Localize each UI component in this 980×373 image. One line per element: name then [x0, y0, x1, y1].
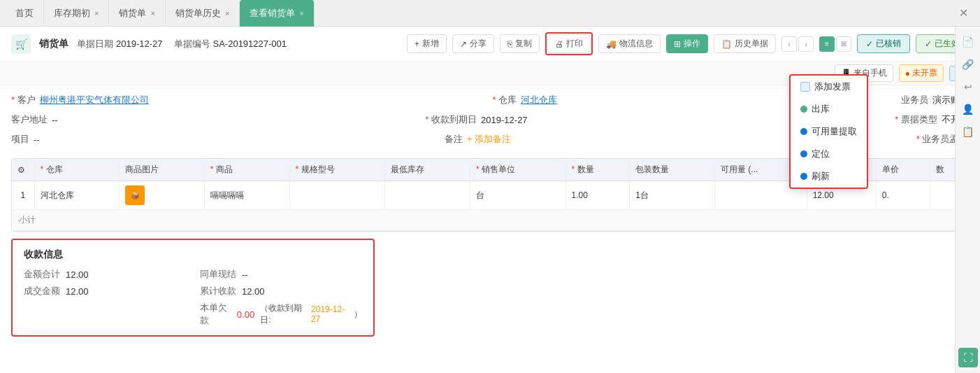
subtotal-label: 小计	[12, 210, 968, 231]
project-group: 项目 --	[11, 133, 40, 146]
sales-order-icon: 🛒	[15, 38, 27, 50]
cumulative-receipt-row: 累计收款 12.00	[200, 285, 362, 297]
th-warehouse: 仓库	[34, 159, 120, 181]
tab-home[interactable]: 首页	[6, 0, 44, 27]
amount-total-value: 12.00	[66, 269, 89, 280]
ticket-icon: ●	[905, 69, 910, 78]
cumulative-receipt-label: 累计收款	[200, 285, 236, 297]
tab-close-history[interactable]: ×	[225, 9, 229, 17]
history-button[interactable]: 📋 历史单据	[714, 34, 776, 53]
amount-total-row: 金额合计 12.00	[24, 268, 186, 281]
locate-label: 定位	[812, 148, 830, 160]
add-note-button[interactable]: + 添加备注	[467, 133, 511, 146]
td-product: 嗝嗝嗝嗝	[204, 181, 289, 210]
nav-arrows: ‹ ›	[781, 36, 814, 52]
prev-button[interactable]: ‹	[781, 36, 797, 52]
refresh-label: 刷新	[812, 170, 830, 183]
delivery-label: 出库	[812, 103, 830, 115]
order-arrears-label: 本单欠款	[200, 302, 231, 327]
tab-close-inventory[interactable]: ×	[94, 9, 99, 17]
td-unit: 台	[470, 181, 565, 210]
deal-amount-value: 12.00	[66, 286, 89, 297]
tab-inventory-init[interactable]: 库存期初 ×	[44, 0, 109, 27]
order-arrears-date: 2019-12-27	[311, 304, 348, 324]
due-date-group: 收款到期日 2019-12-27	[425, 113, 527, 126]
tab-sales-history[interactable]: 销货单历史 ×	[166, 0, 240, 27]
share-button[interactable]: ↗ 分享	[452, 34, 494, 53]
project-label: 项目	[11, 133, 29, 146]
locate-dot-icon	[800, 150, 807, 157]
due-date-value: 2019-12-27	[481, 115, 528, 125]
customer-group: 客户 柳州粤港平安气体有限公司	[11, 94, 149, 106]
grid-icon: ⊞	[674, 39, 681, 49]
employee-label: 业务员	[901, 94, 928, 106]
invoice-icon	[800, 82, 810, 92]
new-icon: +	[415, 39, 419, 49]
doc-meta: 单据日期 2019-12-27 单据编号 SA-20191227-001	[77, 38, 287, 50]
quantity-pick-item[interactable]: 可用量提取	[791, 120, 867, 143]
doc-title-area: 🛒 销货单 单据日期 2019-12-27 单据编号 SA-20191227-0…	[11, 34, 407, 54]
grid-view-button[interactable]: ⊞	[836, 36, 851, 52]
doc-number-item: 单据编号 SA-20191227-001	[174, 38, 287, 50]
td-spec	[289, 181, 385, 210]
tab-close-view[interactable]: ×	[299, 9, 303, 17]
share-icon: ↗	[460, 39, 467, 49]
locate-item[interactable]: 定位	[791, 143, 867, 165]
order-arrears-note: （收款到期日:	[260, 302, 305, 326]
sidebar-list-button[interactable]: 📋	[958, 122, 978, 141]
new-button[interactable]: + + 新增 新增	[407, 34, 447, 53]
td-pack-qty: 1台	[630, 181, 715, 210]
doc-number-value: SA-20191227-001	[213, 38, 287, 49]
th-spec: 规格型号	[289, 159, 385, 181]
sidebar-user-button[interactable]: 👤	[958, 99, 978, 119]
td-product-img: 📦	[120, 181, 205, 210]
cumulative-receipt-value: 12.00	[242, 286, 265, 297]
address-group: 客户地址 --	[11, 113, 58, 126]
check-icon-effective: ✓	[925, 39, 932, 49]
logistics-button[interactable]: 🚚 物流信息	[598, 34, 661, 53]
th-settings: ⚙	[12, 159, 34, 181]
print-highlight: 🖨 打印	[545, 32, 593, 55]
sidebar-expand-button[interactable]: ⛶	[958, 348, 978, 367]
sidebar-link-button[interactable]: 🔗	[958, 55, 978, 74]
list-view-button[interactable]: ≡	[819, 36, 835, 52]
print-icon: 🖨	[555, 39, 563, 49]
customer-value[interactable]: 柳州粤港平安气体有限公司	[40, 94, 149, 106]
refresh-item[interactable]: 刷新	[791, 165, 867, 188]
sidebar-doc-button[interactable]: 📄	[958, 32, 978, 52]
tab-sales-order[interactable]: 销货单 ×	[109, 0, 165, 27]
td-unit-price: 0.	[876, 181, 930, 210]
sidebar-return-button[interactable]: ↩	[958, 77, 978, 97]
quantity-pick-label: 可用量提取	[812, 125, 857, 138]
td-min-stock	[385, 181, 470, 210]
not-opened-button[interactable]: ● 未开票	[899, 64, 944, 82]
next-button[interactable]: ›	[798, 36, 814, 52]
th-pack-qty: 包装数量	[630, 159, 715, 181]
doc-date-label: 单据日期	[77, 38, 113, 50]
window-close-button[interactable]: ✕	[952, 2, 974, 24]
operation-dropdown: 添加发票 出库 可用量提取 定位 刷新	[789, 74, 868, 189]
order-arrears-value: 0.00	[237, 309, 254, 320]
add-invoice-item[interactable]: 添加发票	[791, 76, 867, 98]
product-image: 📦	[125, 185, 145, 205]
delivery-item[interactable]: 出库	[791, 98, 867, 120]
th-unit: 销售单位	[470, 159, 565, 181]
copy-button[interactable]: ⎘ 复制	[500, 34, 540, 53]
print-button[interactable]: 🖨 打印	[547, 34, 591, 53]
th-min-stock: 最低库存	[385, 159, 470, 181]
td-warehouse: 河北仓库	[34, 181, 120, 210]
truck-icon: 🚚	[606, 39, 617, 49]
payment-info-title: 收款信息	[24, 248, 362, 261]
cancelled-button[interactable]: ✓ 已核销	[857, 34, 910, 53]
add-invoice-label: 添加发票	[814, 80, 851, 93]
refresh-dot-icon	[800, 173, 807, 180]
td-qty: 1.00	[565, 181, 630, 210]
tab-view-sales[interactable]: 查看销货单 ×	[240, 0, 314, 27]
tab-bar: 首页 库存期初 × 销货单 × 销货单历史 × 查看销货单 × ✕	[0, 0, 980, 27]
sales-rep-label: 业务员孟	[916, 133, 959, 146]
tab-close-sales[interactable]: ×	[150, 9, 154, 17]
operation-button[interactable]: ⊞ 操作	[666, 34, 708, 53]
warehouse-value[interactable]: 河北仓库	[521, 94, 557, 106]
toolbar-right: + + 新增 新增 ↗ 分享 ⎘ 复制 🖨 打印	[407, 32, 969, 55]
th-product: 商品	[204, 159, 289, 181]
